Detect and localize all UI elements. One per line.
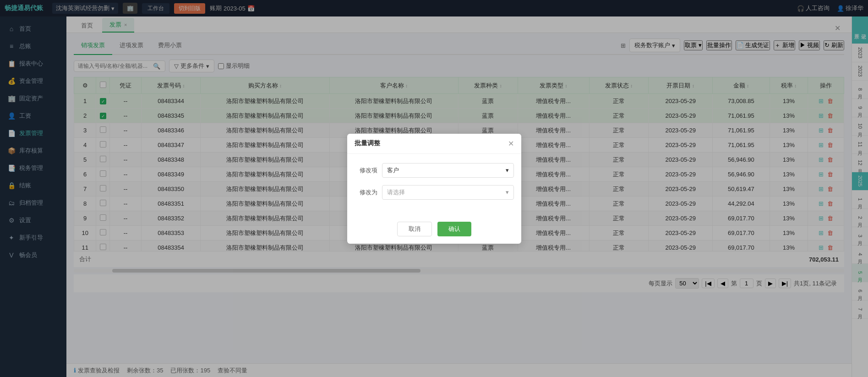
modify-field-row: 修改项 客户 ▾: [355, 163, 514, 178]
modify-field-select[interactable]: 客户 ▾: [382, 163, 514, 178]
chevron-down-icon6: ▾: [506, 189, 509, 196]
modify-field-label: 修改项: [355, 166, 377, 175]
modal-title: 批量调整: [355, 139, 380, 148]
modal-overlay[interactable]: 批量调整 ✕ 修改项 客户 ▾ 修改为 请选择 ▾ 取消 确认: [0, 0, 868, 377]
modify-field-value: 客户: [387, 166, 399, 175]
modal-close-button[interactable]: ✕: [508, 139, 514, 148]
modify-to-placeholder: 请选择: [387, 188, 405, 197]
chevron-down-icon5: ▾: [506, 167, 509, 174]
modal-header: 批量调整 ✕: [347, 134, 521, 154]
modal-footer: 取消 确认: [347, 216, 521, 244]
modify-to-select[interactable]: 请选择 ▾: [382, 185, 514, 200]
batch-adjust-modal: 批量调整 ✕ 修改项 客户 ▾ 修改为 请选择 ▾ 取消 确认: [347, 134, 521, 244]
cancel-button[interactable]: 取消: [397, 222, 432, 236]
modal-body: 修改项 客户 ▾ 修改为 请选择 ▾: [347, 154, 521, 216]
modify-to-row: 修改为 请选择 ▾: [355, 185, 514, 200]
confirm-button[interactable]: 确认: [437, 222, 471, 236]
modify-to-label: 修改为: [355, 188, 377, 197]
